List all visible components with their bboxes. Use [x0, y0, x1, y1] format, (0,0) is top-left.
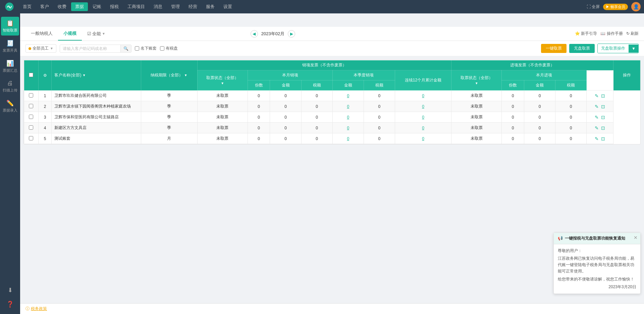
row-sm-tax: 0	[301, 101, 332, 112]
row-checkbox-cell[interactable]	[24, 101, 39, 112]
checkbox-name-account-input[interactable]	[135, 46, 139, 51]
row-cumulative-link[interactable]: 0	[422, 93, 424, 98]
row-period: 月	[141, 133, 197, 144]
nav-invoice[interactable]: 票据	[71, 2, 88, 11]
row-checkbox[interactable]	[29, 104, 33, 108]
row-ss-amount-link[interactable]: 0	[347, 136, 349, 141]
notification-popup: 📢 一键报税与无盘取票功能恢复通知 ✕ 尊敬的用户： 江苏政务网已恢复访问电子税…	[553, 233, 641, 294]
view-icon[interactable]: ⊡	[601, 93, 605, 99]
row-client-name: 卫辉市汲水镇下园闻香阁营木种植家庭农场	[52, 101, 141, 112]
select-all-checkbox[interactable]	[29, 73, 33, 77]
sidebar-item-smart-invoice[interactable]: 📋 智能取票	[1, 17, 19, 36]
row-period: 季	[141, 90, 197, 101]
nav-home[interactable]: 首页	[19, 2, 36, 11]
diskless-ops-label[interactable]: 无盘取票操作	[598, 44, 629, 53]
row-sm-tax: 0	[301, 90, 332, 101]
row-cumulative-link[interactable]: 0	[422, 115, 424, 120]
row-checkbox-cell[interactable]	[24, 123, 39, 133]
tab-all[interactable]: ☑ 全能 ▼	[82, 27, 111, 40]
row-cumulative-link[interactable]: 0	[422, 104, 424, 109]
checkbox-has-disk[interactable]: 有税盘	[160, 46, 178, 51]
next-period-btn[interactable]: ▶	[288, 30, 295, 38]
sales-status-filter[interactable]: ▼	[221, 81, 224, 85]
view-icon[interactable]: ⊡	[601, 115, 605, 120]
nav-message[interactable]: 消息	[150, 2, 166, 11]
row-pm-count: 0	[502, 101, 524, 112]
tabs-period-row: 一般纳税人 小规模 ☑ 全能 ▼ ◀ 2023年02月 ▶ ⭐ 新手引导 �	[25, 27, 639, 40]
row-ss-tax: 0	[364, 123, 395, 133]
one-click-get-btn[interactable]: 一键取票	[541, 44, 567, 53]
fullscreen-btn[interactable]: ⛶ 全屏	[587, 4, 600, 10]
sidebar-help[interactable]: ❓	[1, 298, 19, 311]
row-pm-count: 0	[502, 133, 524, 144]
employee-select[interactable]: 全部员工 ▼	[25, 44, 56, 53]
row-checkbox[interactable]	[29, 125, 33, 130]
sidebar-item-label-scan: 扫描上传	[3, 88, 17, 93]
nav-fee[interactable]: 收费	[54, 2, 70, 11]
client-filter-icon[interactable]: ▼	[83, 73, 86, 77]
row-checkbox[interactable]	[29, 93, 33, 98]
edit-icon[interactable]: ✎	[595, 93, 599, 99]
sidebar-item-entry[interactable]: ✏️ 票据录入	[1, 97, 19, 116]
diskless-get-btn[interactable]: 无盘取票	[569, 44, 595, 53]
row-cumulative-link[interactable]: 0	[422, 136, 424, 141]
row-num: 2	[38, 101, 52, 112]
tax-policy-link[interactable]: 税务政策	[31, 306, 47, 312]
vip-badge[interactable]: ▶ 畅享会员	[603, 4, 628, 10]
nav-service[interactable]: 服务	[202, 2, 219, 11]
edit-icon[interactable]: ✎	[595, 125, 599, 131]
th-checkbox[interactable]	[24, 60, 39, 90]
row-purchase-status: 未取票	[451, 133, 502, 144]
avatar[interactable]: 👤	[631, 2, 641, 11]
edit-icon[interactable]: ✎	[595, 136, 599, 141]
search-button[interactable]: 🔍	[120, 45, 131, 52]
nav-bookkeeping[interactable]: 记账	[89, 2, 105, 11]
prev-period-btn[interactable]: ◀	[251, 30, 258, 38]
nav-tax[interactable]: 报税	[106, 2, 123, 11]
tab-small-scale[interactable]: 小规模	[58, 27, 82, 41]
nav-settings[interactable]: 设置	[219, 2, 236, 11]
row-cumulative-link[interactable]: 0	[422, 126, 424, 130]
row-pm-tax: 0	[555, 101, 587, 112]
row-checkbox-cell[interactable]	[24, 112, 39, 123]
row-sm-count: 0	[248, 112, 270, 123]
view-icon[interactable]: ⊡	[601, 136, 605, 141]
sidebar-item-issue[interactable]: 🧾 发票开具	[1, 37, 19, 56]
nav-manage[interactable]: 管理	[167, 2, 184, 11]
row-checkbox-cell[interactable]	[24, 133, 39, 144]
edit-icon[interactable]: ✎	[595, 104, 599, 109]
tab-general-taxpayer[interactable]: 一般纳税人	[25, 27, 58, 41]
purchase-status-filter[interactable]: ▼	[475, 81, 478, 85]
row-sales-status: 未取票	[197, 133, 248, 144]
notification-close-btn[interactable]: ✕	[634, 235, 638, 240]
refresh-btn[interactable]: ↻ 刷新	[626, 31, 639, 37]
row-checkbox[interactable]	[29, 115, 33, 119]
sidebar-item-summary[interactable]: 📊 票据汇总	[1, 57, 19, 76]
row-checkbox[interactable]	[29, 136, 33, 140]
row-sm-tax: 0	[301, 123, 332, 133]
row-ss-amount-link[interactable]: 0	[347, 115, 349, 120]
edit-icon[interactable]: ✎	[595, 115, 599, 120]
row-ss-amount-link[interactable]: 0	[347, 104, 349, 109]
row-ss-amount-link[interactable]: 0	[347, 126, 349, 130]
nav-business2[interactable]: 经营	[184, 2, 201, 11]
diskless-ops-arrow[interactable]: ▼	[629, 45, 638, 53]
checkbox-has-disk-input[interactable]	[160, 46, 164, 51]
period-filter-icon[interactable]: ▼	[184, 73, 187, 77]
diskless-ops-btn[interactable]: 无盘取票操作 ▼	[597, 44, 639, 53]
sidebar-download[interactable]: ⬇	[1, 284, 19, 297]
sidebar-item-scan[interactable]: 🖨 扫描上传	[1, 77, 19, 96]
guide-btn[interactable]: ⭐ 新手引导	[575, 31, 597, 37]
view-icon[interactable]: ⊡	[601, 125, 605, 131]
row-pm-tax: 0	[555, 133, 587, 144]
sidebar-bottom: ⬇ ❓	[1, 284, 19, 314]
th-config[interactable]: ⚙	[38, 60, 52, 90]
manual-btn[interactable]: 📖 操作手册	[600, 31, 623, 37]
nav-business[interactable]: 工商项目	[123, 2, 149, 11]
view-icon[interactable]: ⊡	[601, 104, 605, 109]
checkbox-name-account[interactable]: 名下账套	[135, 46, 157, 51]
nav-client[interactable]: 客户	[36, 2, 53, 11]
row-checkbox-cell[interactable]	[24, 90, 39, 101]
row-ss-amount-link[interactable]: 0	[347, 93, 349, 98]
search-input[interactable]	[60, 45, 120, 52]
